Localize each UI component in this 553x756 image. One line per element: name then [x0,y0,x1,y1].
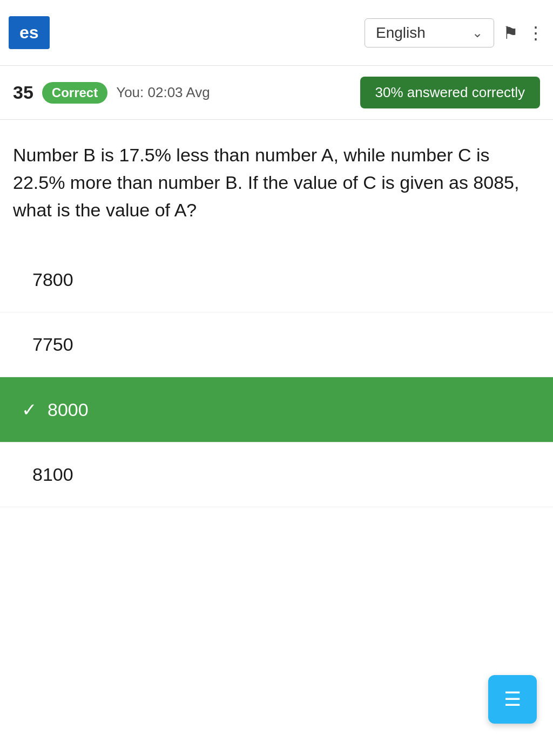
menu-icon: ☰ [504,690,521,709]
header-icons: ⚑ ⋮ [503,23,544,43]
checkmark-icon: ✓ [22,399,37,420]
stats-bar: 35 Correct You: 02:03 Avg 30% answered c… [0,66,553,120]
option-8000-text: 8000 [48,399,89,420]
option-8000[interactable]: ✓ 8000 [0,377,553,442]
header-center: English ⌄ ⚑ ⋮ [365,18,544,47]
question-number: 35 [13,82,33,103]
header: es English ⌄ ⚑ ⋮ [0,0,553,66]
more-vertical-icon[interactable]: ⋮ [527,23,544,43]
language-label: English [376,24,426,42]
question-area: Number B is 17.5% less than number A, wh… [0,120,553,237]
chevron-down-icon: ⌄ [472,25,483,40]
you-avg-label: You: 02:03 Avg [116,84,210,101]
correct-badge: Correct [42,82,107,104]
option-8100-text: 8100 [32,464,73,485]
options-area: 7800 7750 ✓ 8000 8100 [0,237,553,518]
answered-correctly-badge: 30% answered correctly [360,77,540,108]
stats-left: 35 Correct You: 02:03 Avg [13,82,210,104]
bookmark-icon[interactable]: ⚑ [503,23,518,43]
option-8100[interactable]: 8100 [0,442,553,507]
option-7750[interactable]: 7750 [0,312,553,377]
language-select[interactable]: English ⌄ [365,18,494,47]
option-7800-text: 7800 [32,269,73,290]
question-text: Number B is 17.5% less than number A, wh… [13,141,540,224]
header-tab: es [9,16,50,49]
option-7750-text: 7750 [32,334,73,355]
fab-menu-button[interactable]: ☰ [488,675,537,724]
header-left: es [9,16,50,49]
option-7800[interactable]: 7800 [0,248,553,312]
